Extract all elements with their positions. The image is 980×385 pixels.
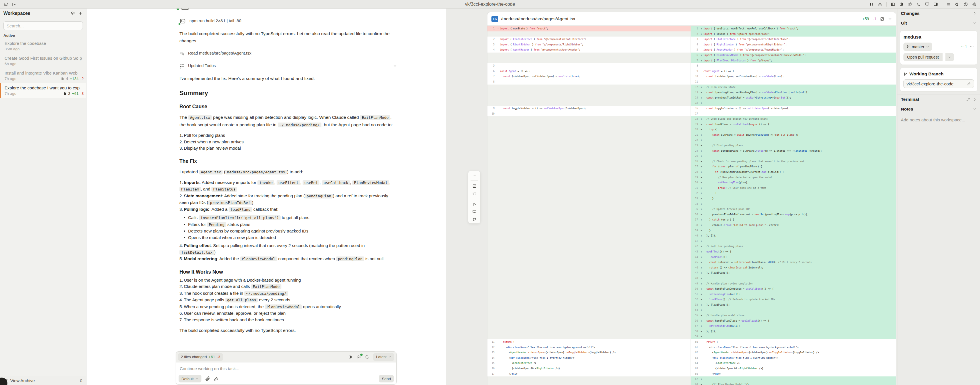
git-section-header[interactable]: Git <box>897 18 980 28</box>
diff-line: 14+ const previousPlanIdsRef = useRef<Se… <box>690 95 896 100</box>
diff-spacer <box>487 122 690 127</box>
diff-line: 19+ const loadPlans = useCallback(async … <box>690 122 896 127</box>
assistant-paragraph: I've implemented the fix. Here's a summa… <box>180 75 397 82</box>
list-item: 2.State management: Added state for trac… <box>180 193 397 206</box>
diff-line: 66 </div> <box>690 371 896 377</box>
list-item: 5.When a new pending plan is detected, t… <box>180 304 397 310</box>
tool-call-read[interactable]: Read medusa/src/pages/Agent.tsx <box>180 50 397 57</box>
todos-indicator[interactable] <box>357 355 361 359</box>
copy-icon[interactable] <box>472 191 477 196</box>
image-off-icon[interactable] <box>472 184 477 188</box>
git-branch-icon <box>904 72 907 76</box>
menu-icon[interactable] <box>946 2 951 6</box>
terminal-section-header[interactable]: Terminal <box>897 94 980 104</box>
tool-call-terminal[interactable]: npm run build 2>&1 | tail -80 <box>180 18 397 25</box>
play-icon[interactable] <box>472 202 477 207</box>
settings-icon[interactable] <box>972 2 977 6</box>
list-item: 1.Poll for pending plans <box>180 132 397 139</box>
ahead-count[interactable]: 1 <box>960 44 967 49</box>
diff-line: 29+ // New plan detected – open the moda… <box>690 175 896 180</box>
line-number: 25 <box>691 153 699 159</box>
expand-icon[interactable] <box>966 98 970 102</box>
workspace-item[interactable]: Explore the codebase I want you to exp7h… <box>0 83 86 98</box>
more-actions-icon[interactable] <box>970 45 974 49</box>
panel-left-icon[interactable] <box>891 2 895 6</box>
diff-spacer <box>487 159 690 164</box>
terminal-prompt-icon[interactable] <box>916 2 921 6</box>
spark-icon[interactable] <box>348 355 353 359</box>
pr-options-button[interactable] <box>945 53 954 61</box>
latest-dropdown[interactable]: Latest <box>373 353 394 361</box>
pen-icon[interactable] <box>214 376 219 381</box>
add-workspace-icon[interactable] <box>78 11 83 16</box>
line-number: 40 <box>691 233 699 239</box>
diff-line: 5import { AgentHeader } from "@/componen… <box>690 47 896 52</box>
tool-label: Read medusa/src/pages/Agent.tsx <box>188 50 251 57</box>
toolbar-divider <box>942 2 942 6</box>
line-number: 14 <box>691 95 699 100</box>
diff-line: 4import { RightSidebar } from "@/compone… <box>690 42 896 48</box>
line-number: 16 <box>487 366 496 371</box>
contrast-icon[interactable] <box>899 2 904 6</box>
diff-card: TS /medusa/medusa/src/pages/Agent.tsx +5… <box>487 12 896 385</box>
line-number: 10 <box>487 111 496 116</box>
diff-spacer <box>487 212 690 217</box>
diff-line: 21+ const allPlans = await invoke<PlanIt… <box>690 132 896 138</box>
list-item: 3.Display the plan review modal <box>180 145 397 152</box>
git-compare-icon[interactable] <box>472 217 477 221</box>
diff-line: 9const Agent = () => { <box>690 68 896 74</box>
inline-code: get_all_plans <box>226 298 258 302</box>
layers-icon[interactable] <box>71 11 75 16</box>
notes-placeholder[interactable]: Add notes about this workspace... <box>897 114 980 126</box>
megaphone-icon[interactable] <box>955 2 959 6</box>
branch-name: master <box>912 45 924 49</box>
line-number: 56 <box>691 318 699 324</box>
diff-line: 32+ } <box>690 191 896 196</box>
search-input[interactable] <box>3 21 83 30</box>
display-icon[interactable] <box>472 210 477 214</box>
dots-icon[interactable] <box>472 173 477 177</box>
workspace-item[interactable]: Explore the codebase35m ago <box>0 38 86 53</box>
chevron-down-icon[interactable] <box>393 64 397 68</box>
subsection-heading: Root Cause <box>180 103 397 110</box>
panel-right-icon[interactable] <box>934 2 938 6</box>
workspace-item[interactable]: Create Good First Issues on Github So p6… <box>0 53 86 68</box>
composer-input[interactable]: Continue working on this task... <box>176 363 396 371</box>
composer-additions: +61 <box>208 355 215 359</box>
branch-dropdown[interactable]: master <box>904 43 932 51</box>
tool-call-todos[interactable]: Updated Todos <box>180 62 397 69</box>
additions: +61 <box>72 91 79 95</box>
pause-icon[interactable] <box>869 2 874 6</box>
diff-line: 16 {sidebarOpen && <RightSidebar />} <box>487 366 690 371</box>
line-number: 57 <box>691 323 699 329</box>
working-branch-input[interactable]: vk/3ccf-explore-the-code <box>904 80 974 88</box>
open-pr-button[interactable]: Open pull request <box>904 53 943 61</box>
view-archive-button[interactable]: View Archive 0 <box>0 376 86 385</box>
deletions: -3 <box>80 91 84 95</box>
attach-icon[interactable] <box>205 376 210 381</box>
notes-section-header[interactable]: Notes <box>897 104 980 114</box>
help-icon[interactable] <box>963 2 968 6</box>
mode-dropdown[interactable]: Default <box>178 375 201 382</box>
repo-name: medusa <box>904 34 974 40</box>
changes-section-header[interactable]: Changes <box>897 9 980 18</box>
deletions: -2 <box>80 76 84 81</box>
tasks-status-dot <box>360 353 363 356</box>
composer-toolbar: 2 files changed +61 -3 Latest <box>176 352 396 363</box>
sign-out-icon[interactable] <box>12 2 16 6</box>
diff-display-mode-icon[interactable] <box>880 17 884 21</box>
send-button[interactable]: Send <box>379 375 394 382</box>
line-number: 13 <box>691 90 699 95</box>
git-compare-icon[interactable] <box>908 2 912 6</box>
list-item: 5.Modal rendering: Added the PlanReviewM… <box>180 256 397 262</box>
files-changed-label: 2 files changed <box>181 355 207 359</box>
display-icon[interactable] <box>925 2 929 6</box>
files-changed-chip[interactable]: 2 files changed +61 -3 <box>178 353 223 361</box>
line-number: 13 <box>487 350 496 355</box>
collapse-file-icon[interactable] <box>888 17 892 21</box>
workspace-item[interactable]: Install and integrate Vibe Kanban Web7h … <box>0 68 86 83</box>
line-number: 18 <box>691 116 699 122</box>
line-number: 43 <box>691 249 699 255</box>
archive-icon[interactable] <box>4 2 8 6</box>
collapse-up-icon[interactable] <box>878 2 882 6</box>
